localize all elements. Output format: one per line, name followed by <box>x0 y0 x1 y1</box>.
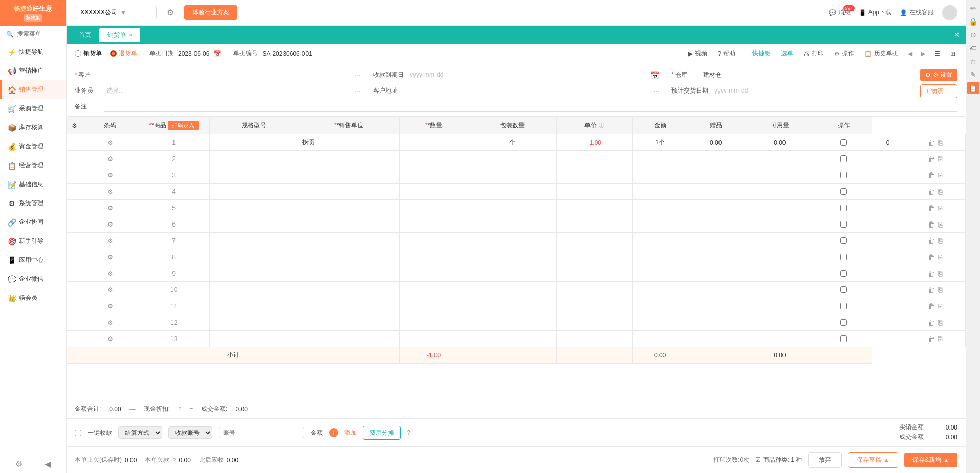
prev-nav-btn[interactable]: ◀ <box>907 49 913 58</box>
row-copy-icon[interactable]: ⎘ <box>938 237 942 245</box>
next-nav-btn[interactable]: ▶ <box>920 49 926 58</box>
row-gift-cell[interactable] <box>816 265 872 282</box>
row-pack-qty-cell[interactable] <box>632 331 688 347</box>
row-spec-cell[interactable] <box>400 134 468 151</box>
row-gift-checkbox[interactable] <box>840 319 847 326</box>
col-settings[interactable]: ⚙ <box>67 117 82 134</box>
row-unit-cell[interactable] <box>468 167 557 184</box>
row-qty-cell[interactable] <box>557 216 632 233</box>
row-delete-icon[interactable]: 🗑 <box>928 155 935 163</box>
row-gift-cell[interactable] <box>816 184 872 200</box>
row-gift-checkbox[interactable] <box>840 188 847 195</box>
row-spec-cell[interactable] <box>400 314 468 331</box>
row-copy-icon[interactable]: ⎘ <box>938 139 942 147</box>
row-amount-cell[interactable] <box>744 233 816 249</box>
row-settings-cell[interactable]: ⚙ <box>82 249 138 265</box>
row-barcode-cell[interactable] <box>210 151 298 167</box>
row-spec-cell[interactable] <box>400 200 468 216</box>
settings-gear-button[interactable]: ⚙ <box>163 5 178 20</box>
row-settings-cell[interactable]: ⚙ <box>82 167 138 184</box>
sidebar-item-quick-nav[interactable]: ⚡ 快捷导航 <box>0 42 66 61</box>
row-gift-checkbox[interactable] <box>840 155 847 162</box>
row-price-cell[interactable]: 0.00 <box>688 134 744 151</box>
row-pack-qty-cell[interactable] <box>632 200 688 216</box>
grid-view-btn[interactable]: ⊞ <box>948 49 957 58</box>
row-gift-cell[interactable] <box>816 331 872 347</box>
company-selector[interactable]: XXXXXX公司 ▼ <box>75 6 157 19</box>
row-product-cell[interactable] <box>298 265 400 282</box>
row-spec-cell[interactable] <box>400 282 468 298</box>
row-delete-icon[interactable]: 🗑 <box>928 171 935 179</box>
row-pack-qty-cell[interactable] <box>632 167 688 184</box>
sidebar-item-sales[interactable]: 🏠 销售管理 <box>0 80 66 99</box>
tab-home[interactable]: 首页 <box>71 28 99 42</box>
row-copy-icon[interactable]: ⎘ <box>938 220 942 229</box>
row-delete-icon[interactable]: 🗑 <box>928 188 935 196</box>
row-price-cell[interactable] <box>688 314 744 331</box>
right-panel-circle-icon[interactable]: ⊙ <box>967 29 979 41</box>
row-qty-cell[interactable] <box>557 184 632 200</box>
row-amount-cell[interactable] <box>744 151 816 167</box>
row-price-cell[interactable] <box>688 249 744 265</box>
row-amount-cell[interactable] <box>744 331 816 347</box>
row-amount-cell[interactable] <box>744 167 816 184</box>
row-amount-cell[interactable] <box>744 200 816 216</box>
short-info-icon[interactable]: ? <box>172 457 176 463</box>
row-product-cell[interactable] <box>298 184 400 200</box>
row-price-cell[interactable] <box>688 265 744 282</box>
sidebar-item-inventory[interactable]: 📦 库存核算 <box>0 118 66 137</box>
video-btn[interactable]: ▶ 视频 <box>686 48 709 59</box>
row-product-cell[interactable] <box>298 151 400 167</box>
row-amount-cell[interactable] <box>744 249 816 265</box>
row-spec-cell[interactable] <box>400 265 468 282</box>
row-pack-qty-cell[interactable] <box>632 184 688 200</box>
row-barcode-cell[interactable] <box>210 331 298 347</box>
settings-bottom-icon[interactable]: ⚙ <box>15 459 23 469</box>
expense-split-button[interactable]: 费用分摊 <box>363 426 401 440</box>
row-gift-checkbox[interactable] <box>840 221 847 228</box>
row-unit-cell[interactable] <box>468 265 557 282</box>
tab-sales-order[interactable]: 销货单 × <box>99 28 140 42</box>
row-pack-qty-cell[interactable] <box>632 265 688 282</box>
row-unit-cell[interactable] <box>468 282 557 298</box>
row-product-cell[interactable] <box>298 331 400 347</box>
close-window-icon[interactable]: × <box>954 30 960 40</box>
row-unit-cell[interactable] <box>468 233 557 249</box>
row-gift-cell[interactable] <box>816 216 872 233</box>
row-copy-icon[interactable]: ⎘ <box>938 253 942 261</box>
row-copy-icon[interactable]: ⎘ <box>938 155 942 163</box>
row-product-cell[interactable] <box>298 233 400 249</box>
due-date-input[interactable] <box>408 70 646 80</box>
row-copy-icon[interactable]: ⎘ <box>938 286 942 294</box>
row-gift-cell[interactable] <box>816 314 872 331</box>
row-product-cell[interactable]: 拆贡 <box>298 134 400 151</box>
row-copy-icon[interactable]: ⎘ <box>938 302 942 310</box>
list-view-btn[interactable]: ☰ <box>932 49 942 58</box>
row-price-cell[interactable] <box>688 282 744 298</box>
sidebar-item-marketing[interactable]: 📢 营销推广 <box>0 61 66 80</box>
calendar-icon[interactable]: 📅 <box>213 50 221 57</box>
row-settings-cell[interactable]: ⚙ <box>82 184 138 200</box>
logistics-button[interactable]: + 物流 <box>920 84 957 98</box>
radio-sales[interactable]: 销货单 <box>75 49 102 58</box>
row-spec-cell[interactable] <box>400 216 468 233</box>
messages-button[interactable]: 💬 消息 99+ <box>829 8 851 17</box>
row-delete-icon[interactable]: 🗑 <box>928 204 935 212</box>
row-delete-icon[interactable]: 🗑 <box>928 237 935 245</box>
row-settings-cell[interactable]: ⚙ <box>82 216 138 233</box>
row-gift-cell[interactable] <box>816 167 872 184</box>
row-barcode-cell[interactable] <box>210 167 298 184</box>
row-settings-cell[interactable]: ⚙ <box>82 265 138 282</box>
discount-info-icon[interactable]: ? <box>178 406 181 412</box>
radio-return-input[interactable] <box>110 50 117 57</box>
address-more-icon[interactable]: ··· <box>653 87 659 95</box>
row-pack-qty-cell[interactable] <box>632 249 688 265</box>
sidebar-item-purchase[interactable]: 🛒 采购管理 <box>0 99 66 118</box>
row-barcode-cell[interactable] <box>210 298 298 314</box>
row-unit-cell[interactable] <box>468 298 557 314</box>
row-barcode-cell[interactable] <box>210 265 298 282</box>
row-barcode-cell[interactable] <box>210 314 298 331</box>
warehouse-input[interactable] <box>701 70 947 80</box>
tab-close-icon[interactable]: × <box>129 32 132 38</box>
product-type-label[interactable]: ☑ 商品种类: 1 种 <box>755 456 802 464</box>
